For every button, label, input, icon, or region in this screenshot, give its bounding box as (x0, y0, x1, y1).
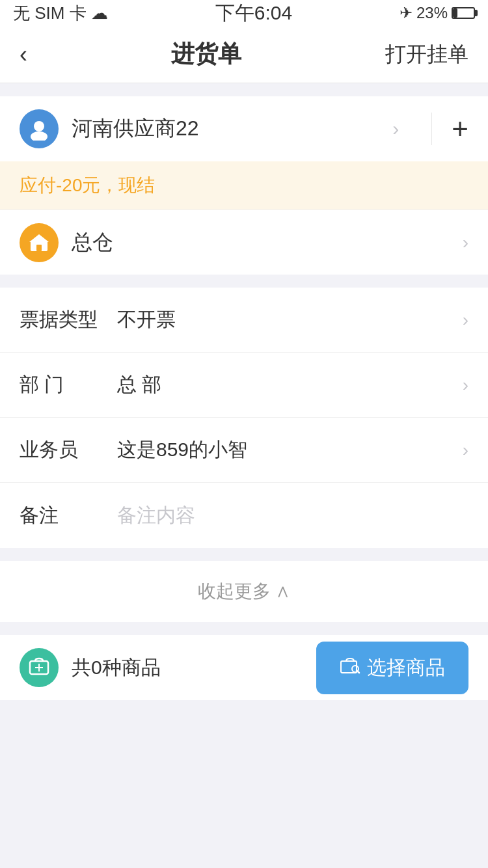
warehouse-svg (28, 232, 50, 254)
open-pending-button[interactable]: 打开挂单 (385, 40, 468, 69)
status-bar: 无 SIM 卡 ☁ 下午6:04 ✈ 23% (0, 0, 488, 26)
warehouse-row[interactable]: 总仓 › (0, 210, 488, 275)
collapse-bar[interactable]: 收起更多 ∧ (0, 561, 488, 622)
warehouse-arrow-icon: › (463, 232, 468, 253)
supplier-arrow-icon: › (392, 118, 399, 140)
product-count: 共0种商品 (72, 655, 316, 681)
department-label: 部 门 (20, 372, 104, 398)
page-title: 进货单 (171, 38, 241, 70)
salesperson-label: 业务员 (20, 437, 104, 463)
status-left: 无 SIM 卡 ☁ (13, 2, 108, 25)
battery-bar (452, 7, 475, 19)
salesperson-row[interactable]: 业务员 这是859的小智 › (0, 418, 488, 483)
collapse-text: 收起更多 ∧ (198, 581, 291, 601)
remark-label: 备注 (20, 502, 104, 529)
notice-bar: 应付-20元，现结 (0, 161, 488, 210)
status-time: 下午6:04 (215, 0, 292, 27)
battery-icon: ✈ (400, 4, 413, 22)
salesperson-value: 这是859的小智 (117, 437, 463, 463)
page-background (0, 700, 488, 868)
user-icon (27, 117, 51, 141)
salesperson-arrow-icon: › (463, 440, 468, 461)
svg-point-0 (34, 121, 44, 131)
remark-row[interactable]: 备注 备注内容 (0, 483, 488, 548)
department-arrow-icon: › (463, 375, 468, 396)
supplier-row[interactable]: 河南供应商22 › + (0, 96, 488, 161)
svg-point-10 (352, 666, 359, 672)
product-icon (20, 648, 59, 687)
department-value: 总 部 (117, 372, 463, 398)
supplier-avatar (20, 109, 59, 148)
invoice-type-arrow-icon: › (463, 310, 468, 331)
select-product-label: 选择商品 (367, 655, 445, 681)
select-product-icon (340, 657, 360, 678)
bottom-bar: 共0种商品 选择商品 (0, 635, 488, 700)
invoice-type-value: 不开票 (117, 306, 463, 333)
svg-rect-4 (36, 245, 42, 251)
battery-level: 23% (416, 4, 448, 22)
department-row[interactable]: 部 门 总 部 › (0, 353, 488, 418)
svg-marker-3 (29, 234, 49, 242)
add-supplier-button[interactable]: + (452, 113, 468, 145)
nav-bar: ‹ 进货单 打开挂单 (0, 26, 488, 83)
warehouse-name: 总仓 (72, 228, 463, 257)
back-button[interactable]: ‹ (20, 41, 27, 68)
status-right: ✈ 23% (400, 4, 475, 22)
notice-text: 应付-20元，现结 (20, 175, 155, 195)
signal-text: 无 SIM 卡 ☁ (13, 2, 108, 25)
invoice-type-row[interactable]: 票据类型 不开票 › (0, 288, 488, 353)
svg-rect-8 (341, 661, 357, 673)
svg-point-1 (31, 131, 47, 141)
supplier-name: 河南供应商22 (72, 115, 392, 143)
remark-value[interactable]: 备注内容 (117, 502, 468, 529)
select-product-button[interactable]: 选择商品 (316, 642, 468, 694)
cart-icon (27, 656, 51, 679)
divider (431, 113, 432, 145)
supplier-section: 河南供应商22 › + 应付-20元，现结 总仓 › (0, 96, 488, 275)
form-section: 票据类型 不开票 › 部 门 总 部 › 业务员 这是859的小智 › 备注 备… (0, 288, 488, 548)
warehouse-icon (20, 223, 59, 262)
invoice-type-label: 票据类型 (20, 306, 104, 333)
